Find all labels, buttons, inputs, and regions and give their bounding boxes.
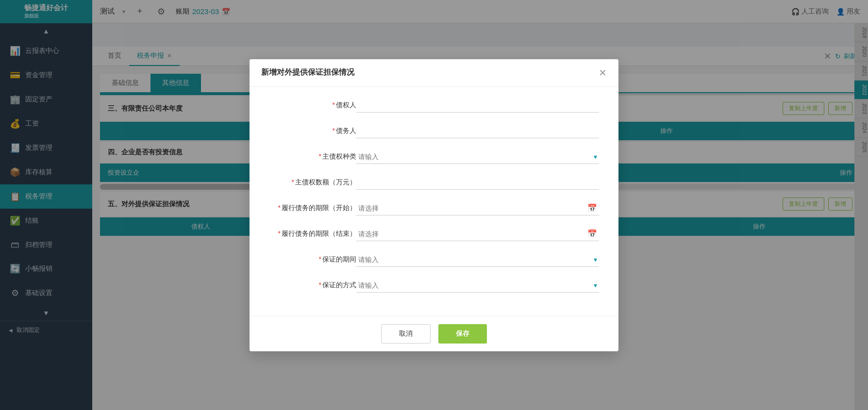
form-row-debtor: *债务人 (269, 124, 599, 138)
form-label-debt-amount: *主债权数额（万元） (269, 178, 356, 187)
required-marker-2: * (333, 127, 335, 134)
form-select-guarantee-method[interactable]: ▾ (356, 279, 599, 293)
period-start-input[interactable] (356, 201, 585, 215)
debt-amount-input[interactable] (356, 176, 599, 190)
creditor-input[interactable] (356, 98, 599, 113)
form-label-creditor: *债权人 (269, 101, 356, 110)
modal-title: 新增对外提供保证担保情况 (261, 67, 354, 78)
required-marker-5: * (278, 204, 281, 212)
form-input-wrap-creditor (356, 98, 599, 113)
form-row-guarantee-period: *保证的期间 ▾ (269, 253, 599, 267)
form-row-debt-type: *主债权种类 ▾ (269, 150, 599, 164)
form-date-period-end[interactable]: 📅 (356, 227, 599, 241)
form-select-debt-type[interactable]: ▾ (356, 150, 599, 164)
form-label-guarantee-method: *保证的方式 (269, 281, 356, 290)
guarantee-period-input[interactable] (356, 253, 592, 266)
form-select-guarantee-period[interactable]: ▾ (356, 253, 599, 267)
form-label-guarantee-period: *保证的期间 (269, 255, 356, 264)
modal-overlay: 新增对外提供保证担保情况 ✕ *债权人 *债务人 (0, 0, 868, 410)
debt-type-dropdown-icon[interactable]: ▾ (592, 153, 599, 161)
required-marker-8: * (319, 281, 321, 289)
form-row-debt-amount: *主债权数额（万元） (269, 176, 599, 190)
debtor-input[interactable] (356, 124, 599, 138)
form-row-period-end: *履行债务的期限（结束） 📅 (269, 227, 599, 241)
guarantee-method-input[interactable] (356, 279, 592, 292)
form-label-debt-type: *主债权种类 (269, 152, 356, 161)
required-marker-3: * (319, 152, 321, 160)
form-input-wrap-amount (356, 176, 599, 190)
guarantee-period-dropdown-icon[interactable]: ▾ (592, 256, 599, 263)
guarantee-method-dropdown-icon[interactable]: ▾ (592, 281, 599, 289)
period-end-calendar-icon[interactable]: 📅 (585, 229, 599, 238)
form-label-period-end: *履行债务的期限（结束） (269, 230, 356, 238)
form-input-wrap-debtor (356, 124, 599, 138)
cancel-button[interactable]: 取消 (381, 324, 431, 344)
period-start-calendar-icon[interactable]: 📅 (585, 203, 599, 213)
form-label-debtor: *债务人 (269, 127, 356, 135)
form-row-guarantee-method: *保证的方式 ▾ (269, 279, 599, 293)
debt-type-input[interactable] (356, 150, 592, 164)
modal-body: *债权人 *债务人 *主债权种类 (250, 87, 618, 316)
save-button[interactable]: 保存 (438, 324, 487, 344)
modal-close-button[interactable]: ✕ (599, 67, 607, 79)
modal-footer: 取消 保存 (250, 316, 618, 351)
period-end-input[interactable] (356, 227, 585, 241)
modal-header: 新增对外提供保证担保情况 ✕ (250, 59, 618, 87)
form-row-creditor: *债权人 (269, 98, 599, 113)
form-label-period-start: *履行债务的期限（开始） (269, 204, 356, 213)
form-date-period-start[interactable]: 📅 (356, 201, 599, 215)
form-row-period-start: *履行债务的期限（开始） 📅 (269, 201, 599, 215)
required-marker-7: * (319, 255, 321, 263)
required-marker-4: * (292, 178, 294, 186)
modal-dialog: 新增对外提供保证担保情况 ✕ *债权人 *债务人 (250, 59, 618, 351)
required-marker: * (333, 101, 335, 109)
required-marker-6: * (278, 230, 281, 237)
